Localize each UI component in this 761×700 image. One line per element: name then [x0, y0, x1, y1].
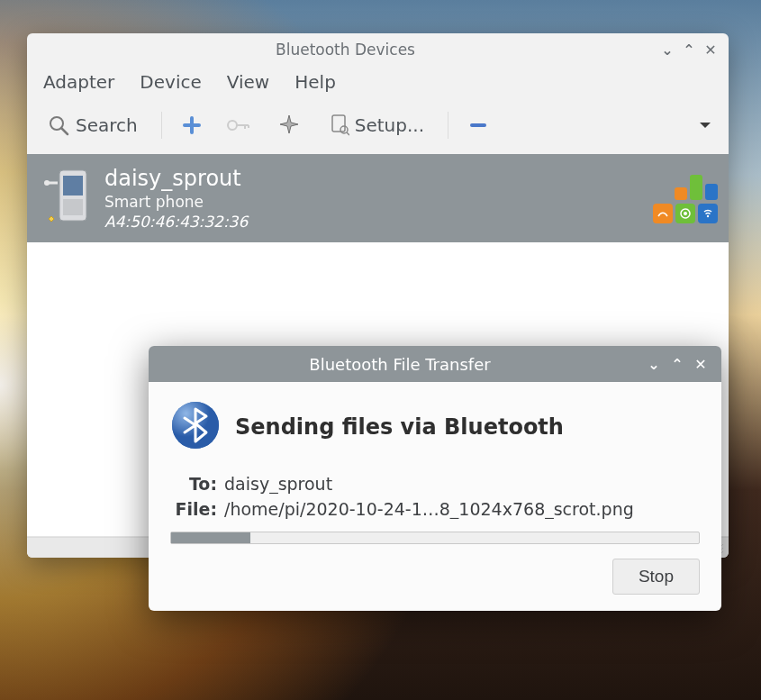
svg-rect-9: [63, 176, 83, 195]
svg-point-2: [228, 121, 237, 130]
signal-strength-icon: [675, 173, 718, 200]
progress-bar: [170, 532, 700, 544]
main-titlebar: Bluetooth Devices ⌄ ⌃ ✕: [27, 33, 729, 66]
star-icon: [277, 114, 301, 137]
search-button[interactable]: Search: [32, 107, 152, 143]
file-value: /home/pi/2020-10-24-1…8_1024x768_scrot.p…: [224, 499, 700, 519]
device-type: Smart phone: [104, 192, 653, 214]
pair-button[interactable]: [216, 107, 263, 143]
svg-rect-10: [63, 199, 83, 215]
device-row[interactable]: daisy_sprout Smart phone A4:50:46:43:32:…: [27, 154, 729, 242]
main-minimize-button[interactable]: ⌄: [657, 41, 678, 59]
dialog-titlebar: Bluetooth File Transfer ⌄ ⌃ ✕: [149, 346, 721, 382]
main-close-button[interactable]: ✕: [700, 41, 721, 59]
key-icon: [227, 117, 252, 133]
svg-point-12: [684, 212, 687, 215]
dialog-close-button[interactable]: ✕: [689, 356, 712, 373]
file-label: File:: [170, 499, 217, 519]
service-icon-1: [653, 204, 673, 223]
send-menu-button[interactable]: [687, 107, 723, 143]
add-device-button[interactable]: [171, 107, 213, 143]
toolbar-separator-2: [448, 112, 448, 139]
main-toolbar: Search Setup: [27, 102, 729, 154]
svg-point-13: [707, 215, 709, 217]
dropdown-icon: [698, 118, 712, 132]
stop-button[interactable]: Stop: [612, 559, 700, 595]
dialog-maximize-button[interactable]: ⌃: [666, 356, 689, 373]
menu-help[interactable]: Help: [284, 66, 347, 98]
service-icon-2: [675, 204, 695, 223]
search-icon: [47, 114, 70, 137]
to-value: daisy_sprout: [224, 474, 700, 494]
dialog-minimize-button[interactable]: ⌄: [642, 356, 666, 373]
menu-view[interactable]: View: [216, 66, 280, 98]
trust-button[interactable]: [267, 107, 312, 143]
main-maximize-button[interactable]: ⌃: [678, 41, 700, 59]
dialog-title: Bluetooth File Transfer: [158, 355, 642, 374]
remove-button[interactable]: [458, 107, 499, 143]
file-transfer-dialog: Bluetooth File Transfer ⌄ ⌃ ✕ Sending fi…: [149, 346, 721, 611]
service-icon-3: [698, 204, 718, 223]
phone-icon: [38, 167, 101, 230]
dialog-header: Sending files via Bluetooth: [235, 414, 564, 440]
menu-device[interactable]: Device: [129, 66, 212, 98]
bluetooth-icon: [170, 400, 221, 454]
device-status: [653, 173, 718, 223]
to-label: To:: [170, 474, 217, 494]
setup-icon: [330, 114, 349, 137]
device-mac: A4:50:46:43:32:36: [104, 213, 653, 231]
svg-line-5: [347, 132, 349, 135]
progress-fill: [171, 532, 250, 543]
setup-label: Setup...: [355, 114, 424, 136]
search-label: Search: [76, 114, 138, 136]
svg-line-1: [61, 128, 68, 134]
svg-point-7: [44, 180, 50, 186]
device-name: daisy_sprout: [104, 166, 653, 192]
main-window-title: Bluetooth Devices: [34, 41, 657, 59]
main-menubar: Adapter Device View Help: [27, 66, 729, 102]
minus-icon: [468, 115, 488, 135]
plus-icon: [182, 115, 202, 135]
svg-rect-3: [332, 115, 345, 132]
setup-button[interactable]: Setup...: [315, 107, 439, 143]
svg-point-4: [340, 126, 348, 133]
toolbar-separator: [161, 112, 162, 139]
menu-adapter[interactable]: Adapter: [32, 66, 125, 98]
